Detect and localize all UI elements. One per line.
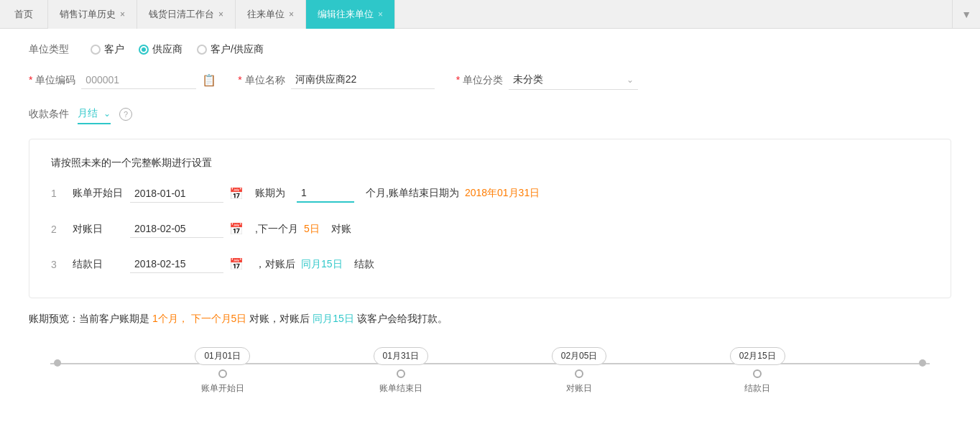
timeline-badge-1: 01月01日 [195, 347, 250, 365]
payment-condition-chevron-icon: ⌄ [103, 109, 111, 119]
unit-code-copy-icon[interactable]: 📋 [202, 73, 216, 87]
period-calendar-icon-1[interactable]: 📅 [229, 187, 244, 201]
preview-part1: 1个月， [152, 313, 188, 324]
period-suffix-pre-2: ,下一个月 [255, 223, 298, 236]
tab-home-label: 首页 [14, 8, 33, 21]
timeline-section: 01月01日 账单开始日 01月31日 账单结束日 02月05日 对账日 02月… [29, 347, 951, 395]
period-row-1: 1 账单开始日 📅 账期为 个月,账单结束日期为 2018年01月31日 [51, 184, 929, 203]
period-date-input-1[interactable] [130, 185, 223, 203]
period-row-2: 2 对账日 📅 ,下一个月 5日 对账 [51, 220, 929, 238]
timeline-badge-2: 01月31日 [374, 347, 429, 365]
payment-condition-select[interactable]: 月结 ⌄ [78, 104, 111, 124]
radio-customer-circle [91, 45, 101, 55]
period-date-input-3[interactable] [130, 255, 223, 273]
unit-class-group: 单位分类 未分类 ⌄ [456, 70, 638, 90]
timeline-label-1: 账单开始日 [201, 382, 244, 395]
tab-cash-close-icon[interactable]: × [218, 9, 223, 19]
unit-name-label: 单位名称 [238, 74, 285, 87]
unit-type-radio-group: 客户 供应商 客户/供应商 [91, 43, 264, 56]
timeline-dot-2 [397, 369, 405, 378]
radio-both[interactable]: 客户/供应商 [197, 43, 264, 56]
payment-condition-value: 月结 [78, 107, 98, 120]
period-highlight-3: 同月15日 [301, 258, 343, 271]
period-index-2: 2 [51, 224, 73, 235]
timeline-point-1: 01月01日 账单开始日 [195, 347, 250, 395]
main-content: 单位类型 客户 供应商 客户/供应商 单位编码 📋 单位名称 [0, 29, 980, 437]
help-icon[interactable]: ? [119, 108, 132, 121]
period-calendar-icon-2[interactable]: 📅 [229, 222, 244, 236]
period-date-field-1: 📅 账期为 个月,账单结束日期为 2018年01月31日 [130, 184, 540, 203]
period-end-date-1: 2018年01月31日 [465, 187, 540, 200]
radio-both-label: 客户/供应商 [211, 43, 264, 56]
card-title: 请按照未来的一个完整帐期进行设置 [51, 157, 929, 170]
unit-class-select[interactable]: 未分类 ⌄ [509, 70, 638, 90]
tab-cash-label: 钱货日清工作台 [149, 8, 214, 21]
tab-home[interactable]: 首页 [0, 0, 48, 29]
period-suffix-pre-1: 账期为 [255, 187, 285, 200]
tab-edit-partner-label: 编辑往来单位 [318, 8, 374, 21]
tab-more-button[interactable]: ▼ [952, 0, 980, 29]
timeline-point-2: 01月31日 账单结束日 [374, 347, 429, 395]
tab-partner-units[interactable]: 往来单位 × [236, 0, 306, 29]
unit-name-group: 单位名称 [238, 71, 434, 89]
tab-sales-order-close-icon[interactable]: × [120, 9, 125, 19]
tab-sales-order-label: 销售订单历史 [60, 8, 116, 21]
tab-edit-partner[interactable]: 编辑往来单位 × [306, 0, 395, 29]
timeline-badge-3: 02月05日 [552, 347, 607, 365]
period-date-field-3: 📅 ，对账后 同月15日 结款 [130, 255, 374, 273]
period-suffix-pre-3: ，对账后 [255, 258, 295, 271]
period-date-field-2: 📅 ,下一个月 5日 对账 [130, 220, 351, 238]
unit-type-row: 单位类型 客户 供应商 客户/供应商 [29, 43, 951, 56]
timeline-points: 01月01日 账单开始日 01月31日 账单结束日 02月05日 对账日 02月… [43, 347, 937, 395]
period-suffix-post-1: 个月,账单结束日期为 [366, 187, 459, 200]
radio-customer-label: 客户 [104, 43, 124, 56]
unit-type-label: 单位类型 [29, 43, 69, 56]
period-label-3: 结款日 [73, 258, 130, 271]
payment-condition-row: 收款条件 月结 ⌄ ? [29, 104, 951, 124]
tab-partner-close-icon[interactable]: × [289, 9, 294, 19]
timeline-dot-1 [218, 369, 227, 378]
period-date-input-2[interactable] [130, 220, 223, 238]
preview-prefix: 账期预览：当前客户账期是 [29, 313, 149, 324]
tab-edit-partner-close-icon[interactable]: × [378, 9, 383, 19]
preview-part5: 该客户会给我打款。 [357, 313, 448, 324]
period-calendar-icon-3[interactable]: 📅 [229, 257, 244, 271]
period-suffix-post-3: 结款 [354, 258, 374, 271]
timeline-point-3: 02月05日 对账日 [552, 347, 607, 395]
period-row-3: 3 结款日 📅 ，对账后 同月15日 结款 [51, 255, 929, 273]
unit-class-chevron-icon: ⌄ [627, 75, 634, 85]
tab-partner-label: 往来单位 [247, 8, 285, 21]
timeline-label-3: 对账日 [566, 382, 592, 395]
period-label-2: 对账日 [73, 223, 130, 236]
preview-part3: 对账，对账后 [249, 313, 310, 324]
timeline-right-end [908, 347, 937, 367]
period-index-1: 1 [51, 188, 73, 199]
tab-cash-reconciliation[interactable]: 钱货日清工作台 × [137, 0, 236, 29]
period-settings-card: 请按照未来的一个完整帐期进行设置 1 账单开始日 📅 账期为 个月,账单结束日期… [29, 139, 951, 298]
radio-supplier[interactable]: 供应商 [139, 43, 182, 56]
payment-condition-label: 收款条件 [29, 108, 69, 121]
timeline-left-dot [54, 359, 61, 367]
timeline-badge-4: 02月15日 [730, 347, 785, 365]
timeline-dot-3 [575, 369, 583, 378]
unit-code-input[interactable] [81, 71, 196, 89]
period-label-1: 账单开始日 [73, 187, 130, 200]
preview-part2: 下一个月5日 [191, 313, 247, 324]
radio-customer[interactable]: 客户 [91, 43, 124, 56]
period-suffix-post-2: 对账 [331, 223, 351, 236]
timeline-dot-4 [753, 369, 762, 378]
timeline-left-end [43, 347, 72, 367]
preview-text: 账期预览：当前客户账期是 1个月， 下一个月5日 对账，对账后 同月15日 该客… [29, 313, 951, 326]
radio-supplier-label: 供应商 [152, 43, 182, 56]
period-months-input[interactable] [297, 184, 354, 203]
preview-part4: 同月15日 [313, 313, 354, 324]
timeline-point-4: 02月15日 结款日 [730, 347, 785, 395]
unit-code-group: 单位编码 📋 [29, 71, 216, 89]
unit-code-label: 单位编码 [29, 74, 75, 87]
tab-sales-order-history[interactable]: 销售订单历史 × [48, 0, 137, 29]
timeline-right-dot [919, 359, 926, 367]
tabs-bar: 首页 销售订单历史 × 钱货日清工作台 × 往来单位 × 编辑往来单位 × ▼ [0, 0, 980, 29]
unit-class-value: 未分类 [513, 73, 622, 86]
radio-supplier-circle [139, 45, 149, 55]
unit-name-input[interactable] [291, 71, 435, 89]
